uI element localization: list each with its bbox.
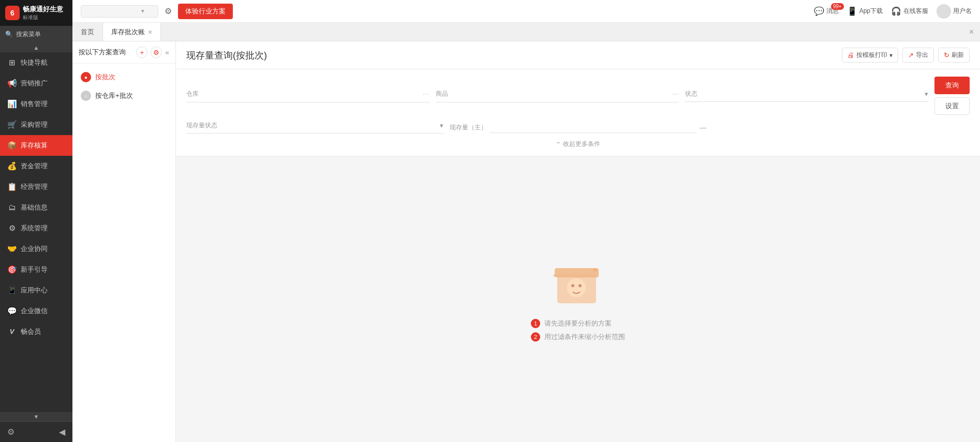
collapse-filter-btn[interactable]: ⌃ 收起更多条件 <box>186 140 970 149</box>
search-menu-label: 搜索菜单 <box>16 30 41 39</box>
sidebar-item-label: 新手引导 <box>21 265 48 274</box>
sidebar-item-marketing[interactable]: 📢 营销推广 <box>0 73 72 94</box>
search-menu[interactable]: 🔍 搜索菜单 <box>0 26 72 43</box>
sidebar-footer: ⚙ ◀ <box>0 421 72 442</box>
sidebar-item-newbie[interactable]: 🎯 新手引导 <box>0 259 72 280</box>
topbar-search-box[interactable]: ▾ <box>81 5 158 18</box>
sidebar-item-purchase[interactable]: 🛒 采购管理 <box>0 114 72 135</box>
sidebar-header: 6 畅康通好生意 标准版 <box>0 0 72 26</box>
system-icon: ⚙ <box>7 224 17 233</box>
filter-row-2: 现存量状态 ▾ 现存量（主） — <box>186 121 970 134</box>
app-download-label: App下载 <box>859 7 883 16</box>
sidebar-item-app-center[interactable]: 📱 应用中心 <box>0 280 72 301</box>
collapse-panel-icon[interactable]: « <box>165 48 169 56</box>
filter-row-1: 仓库 ··· 商品 ··· 状态 ▾ 查询 <box>186 77 970 115</box>
tab-panel-close[interactable]: × <box>963 27 980 37</box>
user-item[interactable]: 用户名 <box>937 4 972 19</box>
plan-icon-active: ● <box>81 72 91 82</box>
status-dropdown-icon[interactable]: ▾ <box>925 90 928 98</box>
enterprise-icon: 🤝 <box>7 244 17 254</box>
search-dropdown-icon[interactable]: ▾ <box>141 8 144 14</box>
left-panel: 按以下方案查询 + ⚙ « ● 按批次 ○ 按仓库+批次 <box>72 41 176 442</box>
empty-state: ✦ ✦ 1 请先选择要分析的方案 2 用过滤条件来缩小分析范围 <box>176 156 980 442</box>
warehouse-input[interactable] <box>203 91 423 98</box>
sidebar-item-quick-nav[interactable]: ⊞ 快捷导航 <box>0 52 72 73</box>
message-icon: 💬 <box>814 6 824 16</box>
settings-icon[interactable]: ⚙ <box>7 427 14 437</box>
range-dash: — <box>700 124 706 131</box>
stock-status-dropdown-icon[interactable]: ▾ <box>440 122 443 129</box>
trial-button[interactable]: 体验行业方案 <box>178 4 233 19</box>
tab-close-icon[interactable]: × <box>148 28 152 36</box>
topbar: ▾ ⚙ 体验行业方案 💬 消息 99+ 📱 App下载 🎧 在线客服 用户名 <box>72 0 980 23</box>
sidebar-item-wechat[interactable]: 💬 企业微信 <box>0 301 72 321</box>
company-name: 畅康通好生意 <box>23 5 63 14</box>
svg-point-3 <box>571 284 574 287</box>
online-service-item[interactable]: 🎧 在线客服 <box>891 6 928 16</box>
main-area: ▾ ⚙ 体验行业方案 💬 消息 99+ 📱 App下载 🎧 在线客服 用户名 <box>72 0 980 442</box>
topbar-search-input[interactable] <box>86 8 138 15</box>
product-input[interactable] <box>452 91 672 98</box>
sidebar-item-business[interactable]: 📋 经营管理 <box>0 176 72 197</box>
tab-home-label: 首页 <box>81 27 94 37</box>
print-button[interactable]: 🖨 按模板打印 ▾ <box>842 48 898 63</box>
edition-label: 标准版 <box>23 14 63 21</box>
export-button[interactable]: ↗ 导出 <box>902 48 934 63</box>
sidebar-item-label: 快捷导航 <box>21 58 48 67</box>
right-panel: 现存量查询(按批次) 🖨 按模板打印 ▾ ↗ 导出 ↻ 刷新 <box>176 41 980 442</box>
sidebar-item-basic[interactable]: 🗂 基础信息 <box>0 197 72 218</box>
hint-text-2: 用过滤条件来缩小分析范围 <box>544 332 625 342</box>
left-panel-title: 按以下方案查询 <box>79 48 126 57</box>
collapse-sidebar-icon[interactable]: ◀ <box>59 427 65 437</box>
warehouse-more-icon[interactable]: ··· <box>423 90 429 99</box>
plan-settings-button[interactable]: ⚙ <box>151 47 162 58</box>
sidebar-item-sales[interactable]: 📊 销售管理 <box>0 94 72 114</box>
stock-qty-field: 现存量（主） — <box>450 122 707 133</box>
app-download-item[interactable]: 📱 App下载 <box>847 6 883 16</box>
user-name: 用户名 <box>953 7 972 16</box>
scroll-up-btn[interactable]: ▲ <box>0 43 72 52</box>
marketing-icon: 📢 <box>7 79 17 88</box>
topbar-gear-button[interactable]: ⚙ <box>162 4 174 18</box>
add-plan-button[interactable]: + <box>136 47 147 58</box>
stock-status-field: 现存量状态 ▾ <box>186 121 443 134</box>
plan-item-by-warehouse-batch[interactable]: ○ 按仓库+批次 <box>72 86 175 105</box>
messages-item[interactable]: 💬 消息 99+ <box>814 6 839 16</box>
status-input[interactable] <box>702 91 925 98</box>
export-icon: ↗ <box>908 51 914 59</box>
sidebar-item-label: 采购管理 <box>21 120 48 129</box>
sidebar-item-finance[interactable]: 💰 资金管理 <box>0 156 72 176</box>
inventory-icon: 📦 <box>7 141 17 150</box>
online-service-label: 在线客服 <box>903 7 928 16</box>
page-title: 现存量查询(按批次) <box>186 49 267 62</box>
query-button[interactable]: 查询 <box>934 77 970 94</box>
stock-qty-min-input[interactable] <box>490 122 697 133</box>
quick-nav-icon: ⊞ <box>7 58 17 67</box>
svg-text:✦: ✦ <box>552 273 556 278</box>
export-label: 导出 <box>916 51 928 60</box>
stock-status-input[interactable] <box>221 122 440 129</box>
warehouse-field: 仓库 ··· <box>186 90 429 102</box>
stock-status-label: 现存量状态 <box>186 121 217 130</box>
refresh-button[interactable]: ↻ 刷新 <box>938 48 970 63</box>
sidebar-item-enterprise[interactable]: 🤝 企业协同 <box>0 239 72 259</box>
member-icon: V <box>7 328 17 335</box>
content-area: 按以下方案查询 + ⚙ « ● 按批次 ○ 按仓库+批次 <box>72 41 980 442</box>
empty-hint-1: 1 请先选择要分析的方案 <box>531 319 625 328</box>
filter-area: 仓库 ··· 商品 ··· 状态 ▾ 查询 <box>176 69 980 156</box>
print-icon: 🖨 <box>848 51 854 59</box>
business-icon: 📋 <box>7 182 17 191</box>
tab-inventory-batch[interactable]: 库存批次账 × <box>103 23 161 41</box>
sidebar-item-member[interactable]: V 畅会员 <box>0 321 72 342</box>
sidebar-item-inventory[interactable]: 📦 库存核算 <box>0 135 72 156</box>
plan-item-by-batch[interactable]: ● 按批次 <box>72 68 175 86</box>
sidebar-item-label: 销售管理 <box>21 99 48 109</box>
tab-home[interactable]: 首页 <box>72 23 103 41</box>
product-more-icon[interactable]: ··· <box>672 90 679 99</box>
scroll-down-btn[interactable]: ▼ <box>0 412 72 421</box>
plan-item-label: 按仓库+批次 <box>95 91 133 100</box>
print-dropdown-icon[interactable]: ▾ <box>889 52 893 59</box>
sidebar-item-system[interactable]: ⚙ 系统管理 <box>0 218 72 239</box>
settings-button[interactable]: 设置 <box>934 97 970 115</box>
page-header: 现存量查询(按批次) 🖨 按模板打印 ▾ ↗ 导出 ↻ 刷新 <box>176 41 980 69</box>
